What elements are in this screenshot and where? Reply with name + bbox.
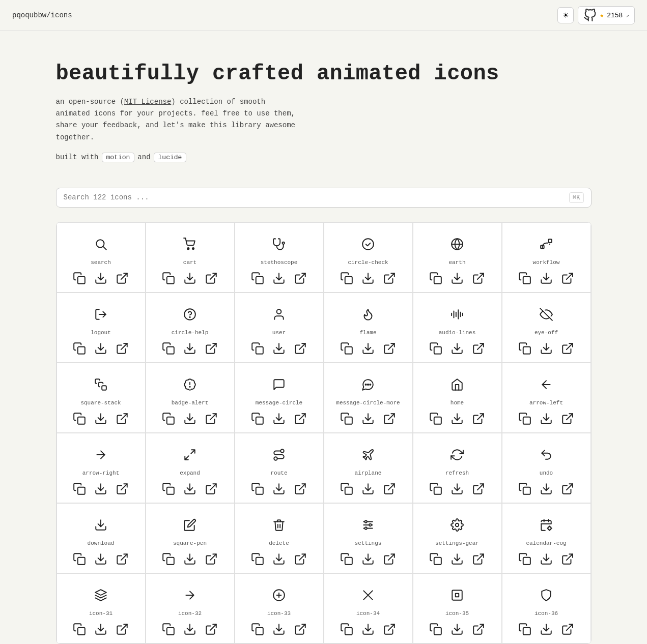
open-button-flame[interactable] <box>382 341 397 356</box>
download-button-arrow-right[interactable] <box>93 481 108 496</box>
open-button-settings-gear[interactable] <box>471 551 486 567</box>
download-button-circle-help[interactable] <box>182 341 198 356</box>
download-button-settings-gear[interactable] <box>449 551 465 567</box>
download-button-badge-alert[interactable] <box>182 411 198 426</box>
copy-button-search[interactable] <box>72 271 87 286</box>
open-button-earth[interactable] <box>471 271 486 286</box>
download-button-download[interactable] <box>93 551 108 567</box>
copy-button-arrow-right[interactable] <box>72 481 87 496</box>
open-button-download[interactable] <box>115 551 130 567</box>
copy-button-eye-off[interactable] <box>517 341 532 356</box>
download-button-message-circle[interactable] <box>271 411 287 426</box>
copy-button-home[interactable] <box>428 411 443 426</box>
download-button-icon-34[interactable] <box>360 622 376 637</box>
open-button-square-pen[interactable] <box>204 551 219 567</box>
copy-button-icon-32[interactable] <box>161 622 176 637</box>
open-button-refresh[interactable] <box>471 481 486 496</box>
download-button-earth[interactable] <box>449 271 465 286</box>
open-button-eye-off[interactable] <box>560 341 575 356</box>
copy-button-icon-35[interactable] <box>428 622 443 637</box>
download-button-icon-32[interactable] <box>182 622 198 637</box>
open-button-delete[interactable] <box>293 551 308 567</box>
open-button-icon-33[interactable] <box>293 622 308 637</box>
open-button-stethoscope[interactable] <box>293 271 308 286</box>
mit-license-link[interactable]: MIT License <box>124 98 171 106</box>
download-button-icon-36[interactable] <box>539 622 554 637</box>
copy-button-logout[interactable] <box>72 341 87 356</box>
copy-button-badge-alert[interactable] <box>161 411 176 426</box>
copy-button-audio-lines[interactable] <box>428 341 443 356</box>
open-button-undo[interactable] <box>560 481 575 496</box>
download-button-workflow[interactable] <box>539 271 554 286</box>
copy-button-square-pen[interactable] <box>161 551 176 567</box>
copy-button-icon-36[interactable] <box>517 622 532 637</box>
download-button-logout[interactable] <box>93 341 108 356</box>
copy-button-message-circle-more[interactable] <box>339 411 354 426</box>
download-button-route[interactable] <box>271 481 287 496</box>
copy-button-message-circle[interactable] <box>250 411 265 426</box>
download-button-circle-check[interactable] <box>360 271 376 286</box>
download-button-search[interactable] <box>93 271 108 286</box>
open-button-circle-check[interactable] <box>382 271 397 286</box>
download-button-airplane[interactable] <box>360 481 376 496</box>
github-button[interactable]: ★ 2158 ↗ <box>578 6 635 24</box>
open-button-logout[interactable] <box>115 341 130 356</box>
copy-button-airplane[interactable] <box>339 481 354 496</box>
copy-button-icon-33[interactable] <box>250 622 265 637</box>
download-button-eye-off[interactable] <box>539 341 554 356</box>
download-button-settings[interactable] <box>360 551 376 567</box>
download-button-message-circle-more[interactable] <box>360 411 376 426</box>
lucide-badge[interactable]: lucide <box>154 153 187 162</box>
open-button-arrow-right[interactable] <box>115 481 130 496</box>
download-button-arrow-left[interactable] <box>539 411 554 426</box>
copy-button-user[interactable] <box>250 341 265 356</box>
motion-badge[interactable]: motion <box>102 153 135 162</box>
copy-button-workflow[interactable] <box>517 271 532 286</box>
open-button-audio-lines[interactable] <box>471 341 486 356</box>
copy-button-undo[interactable] <box>517 481 532 496</box>
copy-button-settings[interactable] <box>339 551 354 567</box>
copy-button-expand[interactable] <box>161 481 176 496</box>
download-button-flame[interactable] <box>360 341 376 356</box>
open-button-arrow-left[interactable] <box>560 411 575 426</box>
download-button-calendar-cog[interactable] <box>539 551 554 567</box>
open-button-calendar-cog[interactable] <box>560 551 575 567</box>
open-button-icon-36[interactable] <box>560 622 575 637</box>
copy-button-delete[interactable] <box>250 551 265 567</box>
download-button-cart[interactable] <box>182 271 198 286</box>
theme-toggle-button[interactable]: ☀ <box>557 7 574 23</box>
open-button-user[interactable] <box>293 341 308 356</box>
copy-button-stethoscope[interactable] <box>250 271 265 286</box>
copy-button-cart[interactable] <box>161 271 176 286</box>
download-button-user[interactable] <box>271 341 287 356</box>
open-button-icon-31[interactable] <box>115 622 130 637</box>
open-button-cart[interactable] <box>204 271 219 286</box>
copy-button-route[interactable] <box>250 481 265 496</box>
open-button-icon-32[interactable] <box>204 622 219 637</box>
open-button-home[interactable] <box>471 411 486 426</box>
open-button-workflow[interactable] <box>560 271 575 286</box>
copy-button-icon-31[interactable] <box>72 622 87 637</box>
download-button-icon-31[interactable] <box>93 622 108 637</box>
open-button-airplane[interactable] <box>382 481 397 496</box>
download-button-icon-33[interactable] <box>271 622 287 637</box>
open-button-circle-help[interactable] <box>204 341 219 356</box>
copy-button-circle-check[interactable] <box>339 271 354 286</box>
open-button-expand[interactable] <box>204 481 219 496</box>
open-button-icon-34[interactable] <box>382 622 397 637</box>
copy-button-download[interactable] <box>72 551 87 567</box>
copy-button-circle-help[interactable] <box>161 341 176 356</box>
open-button-square-stack[interactable] <box>115 411 130 426</box>
open-button-settings[interactable] <box>382 551 397 567</box>
download-button-audio-lines[interactable] <box>449 341 465 356</box>
download-button-square-stack[interactable] <box>93 411 108 426</box>
open-button-search[interactable] <box>115 271 130 286</box>
search-input[interactable] <box>64 193 570 201</box>
download-button-stethoscope[interactable] <box>271 271 287 286</box>
download-button-icon-35[interactable] <box>449 622 465 637</box>
open-button-message-circle[interactable] <box>293 411 308 426</box>
copy-button-calendar-cog[interactable] <box>517 551 532 567</box>
copy-button-earth[interactable] <box>428 271 443 286</box>
download-button-home[interactable] <box>449 411 465 426</box>
download-button-delete[interactable] <box>271 551 287 567</box>
